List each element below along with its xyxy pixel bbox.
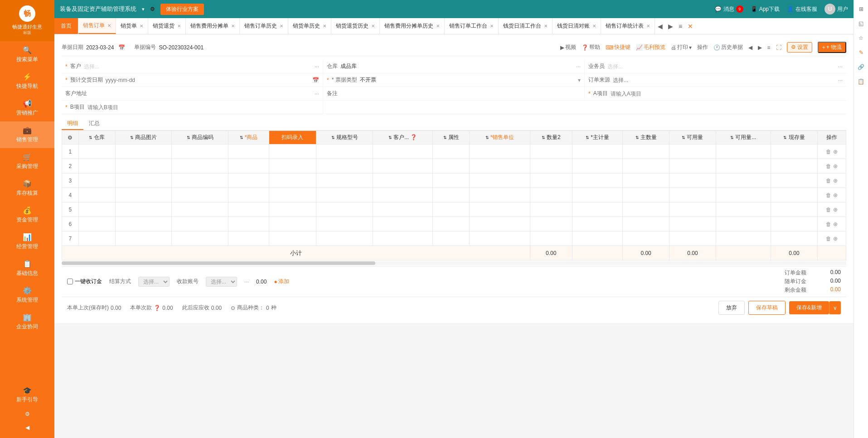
detail-tab-minxi[interactable]: 明细: [62, 118, 83, 130]
row-4-main-unit[interactable]: [572, 188, 622, 202]
row-2-qty2[interactable]: [530, 159, 572, 173]
view-mode-icon[interactable]: ≡: [767, 44, 771, 51]
row-2-customer-code[interactable]: [373, 159, 433, 173]
tab-close-sales-fee-split[interactable]: ✕: [231, 24, 235, 29]
tab-close-cash-daily-workbench[interactable]: ✕: [544, 24, 548, 29]
row-1-available-qty[interactable]: [669, 144, 716, 159]
row-7-qty2[interactable]: [530, 231, 572, 246]
print-btn[interactable]: 🖨 打印 ▾: [671, 43, 692, 51]
row-2-product-image[interactable]: [115, 159, 172, 173]
row-3-scan[interactable]: [269, 173, 316, 188]
sidebar-item-guide[interactable]: 🎓 新手引导: [0, 383, 54, 407]
tab-cash-daily-workbench[interactable]: 钱货日清工作台 ✕: [499, 18, 553, 34]
prev-doc-icon[interactable]: ◀: [748, 44, 752, 51]
warehouse-more-icon[interactable]: ···: [576, 63, 581, 70]
sidebar-collapse-btn[interactable]: ◀: [0, 421, 54, 434]
row-6-available-qty2[interactable]: [716, 217, 771, 231]
user-btn[interactable]: U 用户: [824, 4, 848, 14]
delete-icon[interactable]: 🗑: [826, 192, 831, 198]
row-1-spec-model[interactable]: [316, 144, 373, 159]
view-btn[interactable]: ▶ 视频: [560, 43, 576, 51]
row-1-sales-unit[interactable]: [470, 144, 530, 159]
row-7-main-qty[interactable]: [623, 231, 669, 246]
row-3-qty2[interactable]: [530, 173, 572, 188]
row-5-customer-code[interactable]: [373, 202, 433, 217]
payment-method-select[interactable]: 选择...: [138, 277, 170, 287]
invoice-type-dropdown-icon[interactable]: ▾: [578, 77, 581, 83]
row-2-available-qty[interactable]: [669, 159, 716, 173]
tab-sales-return-history[interactable]: 销货单历史 ✕: [288, 18, 331, 34]
solution-button[interactable]: 体验行业方案: [160, 4, 204, 15]
row-5-main-qty[interactable]: [623, 202, 669, 217]
row-5-product-image[interactable]: [115, 202, 172, 217]
row-7-main-unit[interactable]: [572, 231, 622, 246]
row-2-product-code[interactable]: [172, 159, 228, 173]
online-service-btn[interactable]: 👤 在线客服: [787, 5, 817, 13]
add-payment-button[interactable]: ● 添加: [274, 278, 289, 285]
row-2-actions[interactable]: 🗑 ⊕: [817, 159, 846, 173]
save-new-button[interactable]: 保存&新增: [789, 301, 829, 314]
copy-icon[interactable]: ⊕: [833, 178, 838, 184]
row-1-main-unit[interactable]: [572, 144, 622, 159]
row-2-product[interactable]: [228, 159, 269, 173]
row-4-main-qty[interactable]: [623, 188, 669, 202]
copy-icon[interactable]: ⊕: [833, 192, 838, 198]
expected-date-input[interactable]: [106, 77, 310, 83]
row-6-qty2[interactable]: [530, 217, 572, 231]
row-4-product[interactable]: [228, 188, 269, 202]
row-7-available-qty[interactable]: [669, 231, 716, 246]
row-4-product-code[interactable]: [172, 188, 228, 202]
b-project-input[interactable]: [87, 104, 319, 111]
tab-cash-daily-reconcile[interactable]: 钱货日清对账 ✕: [553, 18, 601, 34]
row-6-main-qty[interactable]: [623, 217, 669, 231]
row-7-customer-code[interactable]: [373, 231, 433, 246]
tab-close-sales-order-history[interactable]: ✕: [280, 24, 283, 29]
sidebar-item-sales[interactable]: 💼 销售管理: [0, 121, 54, 148]
row-6-attribute[interactable]: [433, 217, 470, 231]
row-5-product[interactable]: [228, 202, 269, 217]
tab-close-sales-fee-split-history[interactable]: ✕: [436, 24, 440, 29]
row-1-current-qty[interactable]: [771, 144, 818, 159]
sidebar-item-finance[interactable]: 💰 资金管理: [0, 202, 54, 228]
tab-close-sales-return[interactable]: ✕: [140, 24, 143, 29]
sidebar-item-search[interactable]: 🔍 搜索菜单: [0, 41, 54, 68]
sidebar-item-basic[interactable]: 📋 基础信息: [0, 255, 54, 282]
sidebar-item-marketing[interactable]: 📢 营销推广: [0, 95, 54, 121]
row-4-warehouse[interactable]: [78, 188, 115, 202]
copy-icon[interactable]: ⊕: [833, 149, 838, 155]
save-draft-button[interactable]: 保存草稿: [748, 301, 786, 315]
row-5-main-unit[interactable]: [572, 202, 622, 217]
sidebar-item-inventory[interactable]: 📦 库存核算: [0, 175, 54, 202]
tab-close-cash-daily-reconcile[interactable]: ✕: [592, 24, 596, 29]
row-3-available-qty2[interactable]: [716, 173, 771, 188]
shortcut-btn[interactable]: ⌨ 快捷键: [606, 43, 630, 51]
tab-sales-order-workbench[interactable]: 销售订单工作台 ✕: [445, 18, 499, 34]
topbar-gear-icon[interactable]: ⚙: [150, 6, 155, 12]
row-4-actions[interactable]: 🗑 ⊕: [817, 188, 846, 202]
row-6-warehouse[interactable]: [78, 217, 115, 231]
row-4-attribute[interactable]: [433, 188, 470, 202]
row-4-customer-code[interactable]: [373, 188, 433, 202]
row-4-product-image[interactable]: [115, 188, 172, 202]
delete-icon[interactable]: 🗑: [826, 207, 831, 213]
tab-close-sales-return-goods[interactable]: ✕: [177, 24, 181, 29]
delete-icon[interactable]: 🗑: [826, 149, 831, 155]
row-3-spec-model[interactable]: [316, 173, 373, 188]
row-6-scan[interactable]: [269, 217, 316, 231]
help-btn[interactable]: ❓ 帮助: [582, 43, 600, 51]
next-doc-icon[interactable]: ▶: [758, 44, 762, 51]
row-1-product-image[interactable]: [115, 144, 172, 159]
tab-home[interactable]: 首页: [54, 18, 78, 34]
delete-icon[interactable]: 🗑: [826, 163, 831, 169]
col-settings-icon[interactable]: ⚙: [68, 135, 73, 141]
row-2-main-qty[interactable]: [623, 159, 669, 173]
tab-nav-list[interactable]: ≡: [676, 18, 685, 34]
row-1-product[interactable]: [228, 144, 269, 159]
row-2-available-qty2[interactable]: [716, 159, 771, 173]
copy-icon[interactable]: ⊕: [833, 221, 838, 227]
delete-icon[interactable]: 🗑: [826, 236, 831, 242]
right-panel-btn-3[interactable]: ☆: [856, 33, 867, 43]
delete-icon[interactable]: 🗑: [826, 178, 831, 184]
customer-more-icon[interactable]: ···: [315, 63, 319, 70]
tab-nav-prev[interactable]: ◀: [655, 18, 665, 34]
